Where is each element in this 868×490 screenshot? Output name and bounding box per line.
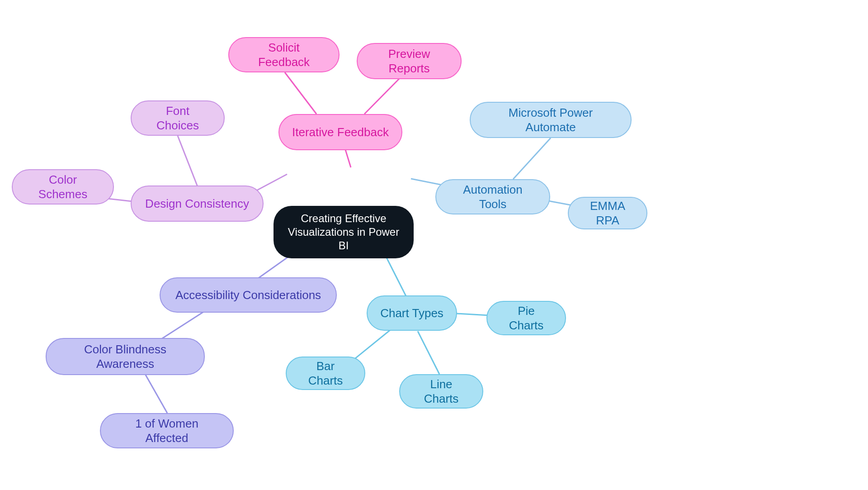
leaf-solicit-feedback: Solicit Feedback bbox=[228, 37, 340, 72]
svg-line-5 bbox=[285, 72, 316, 114]
line-label: Line Charts bbox=[413, 377, 470, 406]
leaf-line-charts: Line Charts bbox=[399, 374, 483, 409]
branch-iterative: Iterative Feedback bbox=[278, 114, 402, 150]
center-label: Creating Effective Visualizations in Pow… bbox=[287, 212, 400, 252]
access-label: Accessibility Considerations bbox=[175, 288, 321, 303]
emma-label: EMMA RPA bbox=[581, 199, 634, 228]
mspa-label: Microsoft Power Automate bbox=[483, 105, 618, 135]
blindness-label: Color Blindness Awareness bbox=[59, 342, 191, 371]
svg-line-7 bbox=[178, 136, 199, 190]
bar-label: Bar Charts bbox=[299, 359, 352, 388]
svg-line-12 bbox=[418, 331, 439, 374]
mindmap-canvas: Creating Effective Visualizations in Pow… bbox=[0, 0, 868, 490]
center-node: Creating Effective Visualizations in Pow… bbox=[274, 206, 414, 258]
leaf-pie-charts: Pie Charts bbox=[486, 301, 566, 335]
iterative-label: Iterative Feedback bbox=[292, 125, 389, 140]
leaf-emma: EMMA RPA bbox=[568, 197, 647, 229]
charts-label: Chart Types bbox=[380, 306, 443, 321]
branch-automation: Automation Tools bbox=[435, 179, 550, 214]
pie-label: Pie Charts bbox=[500, 304, 552, 333]
leaf-font-choices: Font Choices bbox=[131, 100, 225, 136]
svg-line-6 bbox=[364, 78, 400, 114]
preview-label: Preview Reports bbox=[370, 47, 448, 76]
svg-line-15 bbox=[145, 373, 167, 413]
stat-label: 1 of Women Affected bbox=[113, 416, 220, 446]
branch-accessibility: Accessibility Considerations bbox=[160, 277, 337, 313]
leaf-mspa: Microsoft Power Automate bbox=[470, 102, 632, 138]
automation-label: Automation Tools bbox=[449, 182, 537, 212]
leaf-stat: 1 of Women Affected bbox=[100, 413, 234, 448]
leaf-color-schemes: Color Schemes bbox=[12, 169, 114, 205]
design-label: Design Consistency bbox=[145, 196, 249, 211]
leaf-color-blindness: Color Blindness Awareness bbox=[46, 338, 205, 375]
colors-label: Color Schemes bbox=[25, 172, 100, 202]
branch-design: Design Consistency bbox=[131, 186, 264, 222]
solicit-label: Solicit Feedback bbox=[242, 40, 326, 70]
leaf-preview-reports: Preview Reports bbox=[357, 43, 462, 79]
font-label: Font Choices bbox=[144, 104, 211, 133]
branch-charts: Chart Types bbox=[367, 295, 457, 331]
svg-line-9 bbox=[513, 138, 551, 179]
leaf-bar-charts: Bar Charts bbox=[286, 357, 365, 390]
